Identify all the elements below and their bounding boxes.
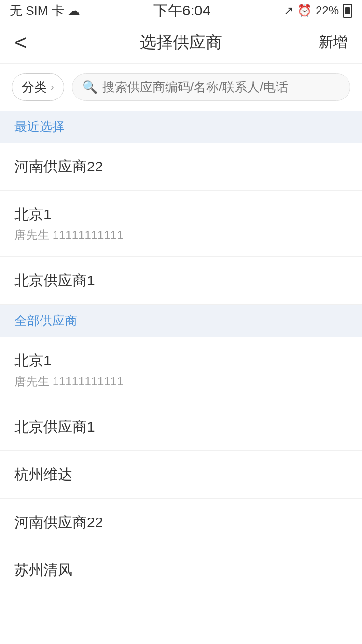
status-time: 下午6:04 [153, 1, 210, 21]
status-right: ↗ ⏰ 22% [284, 4, 352, 18]
all-list: 北京1唐先生 11111111111北京供应商1杭州维达河南供应商22苏州清风 [0, 337, 362, 594]
category-filter[interactable]: 分类 › [12, 73, 64, 101]
battery-icon [343, 4, 352, 18]
recent-section-header: 最近选择 [0, 111, 362, 143]
page-title: 选择供应商 [140, 31, 222, 54]
recent-list: 河南供应商22北京1唐先生 11111111111北京供应商1 [0, 143, 362, 305]
location-icon: ↗ [284, 4, 293, 17]
item-sub: 唐先生 11111111111 [14, 374, 348, 389]
list-item[interactable]: 北京供应商1 [0, 403, 362, 451]
item-name: 苏州清风 [14, 560, 348, 580]
list-item[interactable]: 河南供应商22 [0, 143, 362, 191]
item-name: 北京供应商1 [14, 417, 348, 437]
filter-bar: 分类 › 🔍 [0, 64, 362, 111]
status-bar: 无 SIM 卡 ☁ 下午6:04 ↗ ⏰ 22% [0, 0, 362, 21]
item-sub: 唐先生 11111111111 [14, 227, 348, 243]
list-item[interactable]: 苏州清风 [0, 546, 362, 594]
category-label: 分类 [22, 79, 47, 96]
item-name: 杭州维达 [14, 464, 348, 485]
recent-section-label: 最近选择 [14, 119, 65, 134]
item-name: 北京供应商1 [14, 270, 348, 291]
no-sim-text: 无 SIM 卡 ☁ [10, 2, 80, 19]
item-name: 河南供应商22 [14, 512, 348, 532]
list-item[interactable]: 河南供应商22 [0, 499, 362, 546]
add-button[interactable]: 新增 [309, 32, 348, 52]
nav-bar: < 选择供应商 新增 [0, 21, 362, 64]
list-item[interactable]: 杭州维达 [0, 451, 362, 499]
alarm-icon: ⏰ [297, 4, 312, 17]
back-button[interactable]: < [14, 32, 53, 53]
all-section-label: 全部供应商 [14, 313, 77, 328]
search-icon: 🔍 [82, 80, 97, 95]
item-name: 北京1 [14, 350, 348, 371]
search-box[interactable]: 🔍 [72, 73, 350, 101]
item-name: 河南供应商22 [14, 156, 348, 177]
chevron-right-icon: › [51, 82, 54, 93]
battery-level: 22% [316, 4, 339, 17]
list-item[interactable]: 北京供应商1 [0, 257, 362, 305]
status-left: 无 SIM 卡 ☁ [10, 2, 80, 19]
list-item[interactable]: 北京1唐先生 11111111111 [0, 191, 362, 257]
search-input[interactable] [102, 80, 340, 95]
list-item[interactable]: 北京1唐先生 11111111111 [0, 337, 362, 403]
all-section-header: 全部供应商 [0, 305, 362, 337]
item-name: 北京1 [14, 204, 348, 224]
